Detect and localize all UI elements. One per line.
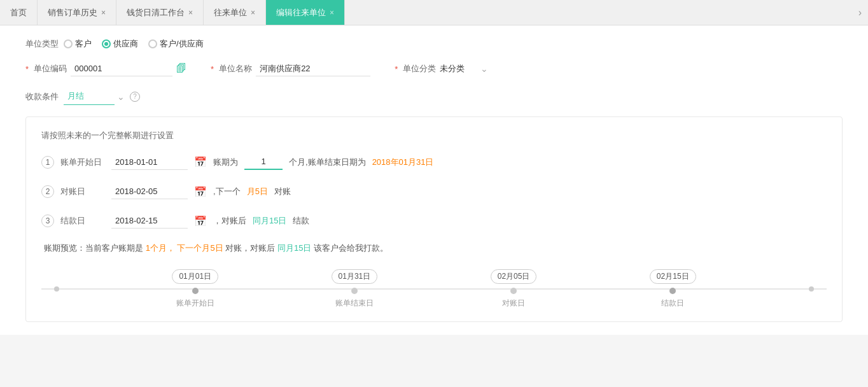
tab-cash-work[interactable]: 钱货日清工作台 × (116, 0, 204, 25)
period-num-3: 3 (41, 215, 54, 227)
tab-cash-work-close[interactable]: × (188, 8, 193, 17)
tab-edit-partner-close[interactable]: × (330, 8, 334, 17)
unit-name-label: 单位名称 (219, 63, 252, 74)
preview-part2: 下一个月5日 (177, 243, 223, 253)
timeline-dot-3 (669, 288, 676, 294)
timeline-sub-1: 账单结束日 (335, 298, 374, 309)
period-label-2: 对账日 (60, 186, 105, 197)
tab-home-label: 首页 (10, 7, 27, 18)
period-date-1[interactable] (111, 155, 188, 170)
tab-edit-partner[interactable]: 编辑往来单位 × (266, 0, 345, 25)
tab-partner[interactable]: 往来单位 × (204, 0, 266, 25)
timeline-sub-0: 账单开始日 (176, 298, 214, 309)
tab-edit-partner-label: 编辑往来单位 (276, 7, 326, 18)
unit-category-chevron[interactable]: ⌄ (480, 64, 488, 74)
tab-partner-close[interactable]: × (251, 8, 255, 17)
period-date-2[interactable] (111, 184, 188, 199)
period-row-3: 3 结款日 📅 ，对账后 同月15日 结款 (41, 213, 827, 229)
timeline-dot-0 (192, 288, 199, 294)
unit-code-field: * 单位编码 🗐 (25, 61, 186, 76)
timeline-end-circle (809, 286, 814, 292)
timeline-point-1: 01月31日 账单结束日 (332, 269, 378, 309)
card-title: 请按照未来的一个完整帐期进行设置 (41, 130, 827, 141)
period-desc-prefix-1: 账期为 (213, 157, 238, 168)
payment-terms-chevron[interactable]: ⌄ (117, 92, 125, 102)
unit-code-label: 单位编码 (34, 63, 67, 74)
preview-part1: 1个月， (146, 243, 175, 253)
radio-customer-circle (64, 39, 73, 48)
period-num-1: 1 (41, 156, 54, 169)
payment-terms-value: 月结 (64, 88, 115, 105)
period-num-2: 2 (41, 185, 54, 198)
period-calendar-3[interactable]: 📅 (194, 215, 207, 227)
payment-terms-select[interactable]: 月结 ⌄ (64, 88, 125, 105)
timeline-dot-2 (510, 288, 517, 294)
unit-details-row: * 单位编码 🗐 * 单位名称 * 单位分类 未分类 ⌄ (25, 61, 843, 76)
help-icon[interactable]: ? (130, 92, 140, 102)
tab-sales-history-label: 销售订单历史 (48, 7, 97, 18)
unit-category-select[interactable]: 未分类 ⌄ (440, 63, 488, 74)
unit-name-star: * (211, 64, 214, 74)
radio-customer[interactable]: 客户 (64, 38, 92, 50)
payment-terms-label: 收款条件 (25, 91, 59, 102)
radio-customer-label: 客户 (75, 38, 92, 50)
period-date-3[interactable] (111, 213, 188, 229)
period-highlight-day-2: 月5日 (247, 186, 268, 197)
unit-category-field: * 单位分类 未分类 ⌄ (395, 63, 488, 74)
tab-home[interactable]: 首页 (0, 0, 38, 25)
tab-sales-history-close[interactable]: × (101, 8, 106, 17)
tab-partner-label: 往来单位 (214, 7, 247, 18)
period-desc-prefix-2: ,下一个 (213, 186, 241, 197)
radio-supplier-circle (102, 39, 111, 48)
timeline-end-dot (809, 286, 814, 292)
period-desc-suffix-2: 对账 (274, 186, 291, 197)
tab-sales-history[interactable]: 销售订单历史 × (38, 0, 116, 25)
timeline-sub-2: 对账日 (502, 298, 525, 309)
timeline-points: 01月01日 账单开始日 01月31日 账单结束日 02月05日 对账日 02月… (54, 269, 814, 309)
timeline-start-dot (54, 286, 59, 292)
tab-bar: 首页 销售订单历史 × 钱货日清工作台 × 往来单位 × 编辑往来单位 × › (0, 0, 868, 25)
period-months-input[interactable] (244, 154, 283, 170)
unit-type-label: 单位类型 (25, 38, 59, 50)
unit-code-input[interactable] (71, 61, 172, 76)
period-label-3: 结款日 (60, 215, 105, 227)
preview-label: 账期预览：当前客户账期是 (44, 243, 143, 253)
period-row-1: 1 账单开始日 📅 账期为 个月,账单结束日期为 2018年01月31日 (41, 154, 827, 170)
unit-name-field: * 单位名称 (211, 61, 370, 76)
unit-category-value: 未分类 (440, 63, 478, 74)
main-content: 单位类型 客户 供应商 客户/供应商 * 单位编码 🗐 * 单位名称 (0, 25, 868, 335)
timeline-label-3: 02月15日 (650, 269, 696, 284)
timeline-label-2: 02月05日 (491, 269, 537, 284)
preview-text: 账期预览：当前客户账期是 1个月， 下一个月5日 对账，对账后 同月15日 该客… (41, 243, 827, 254)
unit-name-input[interactable] (256, 61, 370, 76)
period-calendar-2[interactable]: 📅 (194, 186, 207, 198)
payment-terms-row: 收款条件 月结 ⌄ ? (25, 88, 843, 105)
tab-expand-button[interactable]: › (852, 0, 868, 25)
period-desc-prefix-3: ，对账后 (213, 215, 246, 227)
period-label-1: 账单开始日 (60, 157, 105, 168)
preview-part5: 该客户会给我打款。 (314, 243, 388, 253)
timeline-point-3: 02月15日 结款日 (650, 269, 696, 309)
tab-cash-work-label: 钱货日清工作台 (127, 7, 185, 18)
timeline: 01月01日 账单开始日 01月31日 账单结束日 02月05日 对账日 02月… (41, 269, 827, 309)
radio-both-circle (148, 39, 157, 48)
radio-both[interactable]: 客户/供应商 (148, 38, 204, 50)
unit-code-icon[interactable]: 🗐 (176, 63, 186, 74)
radio-supplier[interactable]: 供应商 (102, 38, 138, 50)
period-row-2: 2 对账日 📅 ,下一个 月5日 对账 (41, 184, 827, 199)
timeline-sub-3: 结款日 (661, 298, 684, 309)
period-desc-suffix-3: 结款 (293, 215, 309, 227)
preview-part3: 对账，对账后 (225, 243, 275, 253)
radio-supplier-label: 供应商 (113, 38, 138, 50)
period-settings-card: 请按照未来的一个完整帐期进行设置 1 账单开始日 📅 账期为 个月,账单结束日期… (25, 116, 843, 322)
preview-part4: 同月15日 (277, 243, 311, 253)
period-desc-suffix-1: 个月,账单结束日期为 (289, 157, 366, 168)
radio-both-label: 客户/供应商 (160, 38, 204, 50)
unit-code-star: * (25, 64, 29, 74)
timeline-label-0: 01月01日 (172, 269, 218, 284)
timeline-label-1: 01月31日 (332, 269, 378, 284)
unit-type-radio-group: 客户 供应商 客户/供应商 (64, 38, 204, 50)
timeline-dot-1 (351, 288, 358, 294)
period-calendar-1[interactable]: 📅 (194, 156, 207, 168)
period-highlight-date-1: 2018年01月31日 (372, 157, 434, 168)
